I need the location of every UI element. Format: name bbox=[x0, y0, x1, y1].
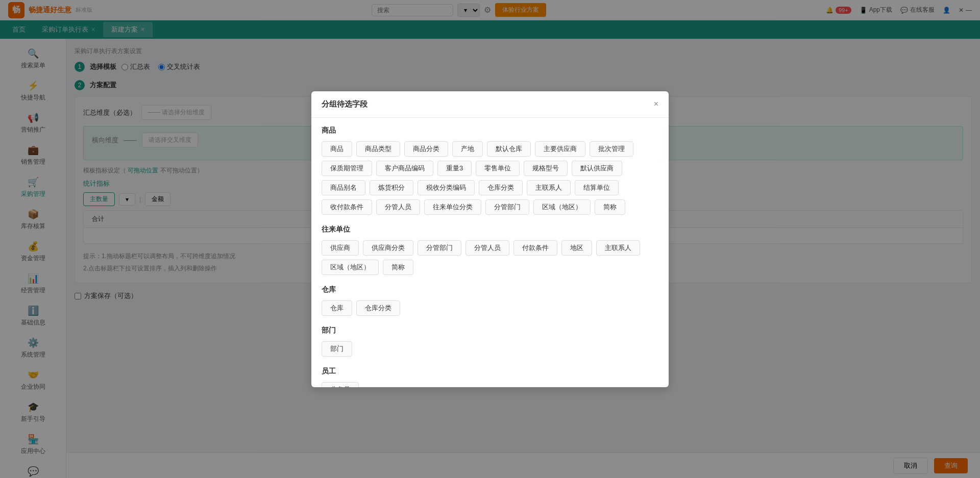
section-title-warehouse: 仓库 bbox=[322, 285, 658, 294]
field-tag[interactable]: 仓库分类 bbox=[356, 300, 400, 316]
field-section-dept: 部门 部门 bbox=[322, 326, 658, 357]
field-tag[interactable]: 商品 bbox=[322, 141, 352, 157]
field-tags-warehouse: 仓库仓库分类 bbox=[322, 300, 658, 316]
field-tag[interactable]: 产地 bbox=[452, 141, 483, 157]
field-section-employee: 员工 业务员 bbox=[322, 367, 658, 387]
field-tag[interactable]: 分管人员 bbox=[376, 199, 420, 215]
section-title-employee: 员工 bbox=[322, 367, 658, 376]
field-tag[interactable]: 往来单位分类 bbox=[424, 199, 481, 215]
field-tag[interactable]: 保质期管理 bbox=[322, 161, 372, 176]
field-tag[interactable]: 结算单位 bbox=[575, 180, 619, 195]
section-title-goods: 商品 bbox=[322, 126, 658, 135]
field-tag[interactable]: 付款条件 bbox=[513, 240, 557, 256]
field-tag[interactable]: 炼货积分 bbox=[370, 180, 413, 195]
field-tag[interactable]: 规格型号 bbox=[524, 161, 568, 176]
field-tag[interactable]: 商品类型 bbox=[356, 141, 400, 157]
field-tag[interactable]: 分管部门 bbox=[418, 240, 461, 256]
modal: 分组待选字段 × 商品 商品商品类型商品分类产地默认仓库主要供应商批次管理保质期… bbox=[311, 91, 669, 387]
field-tags-dept: 部门 bbox=[322, 341, 658, 357]
field-tag[interactable]: 税收分类编码 bbox=[418, 180, 475, 195]
field-tag[interactable]: 主要供应商 bbox=[535, 141, 585, 157]
field-tag[interactable]: 部门 bbox=[322, 341, 352, 357]
field-tag[interactable]: 区域（地区） bbox=[533, 199, 591, 215]
field-tag[interactable]: 分管人员 bbox=[465, 240, 509, 256]
field-tag[interactable]: 仓库 bbox=[322, 300, 352, 316]
modal-overlay[interactable]: 分组待选字段 × 商品 商品商品类型商品分类产地默认仓库主要供应商批次管理保质期… bbox=[0, 0, 980, 478]
field-tag[interactable]: 批次管理 bbox=[590, 141, 633, 157]
field-tag[interactable]: 客户商品编码 bbox=[376, 161, 433, 176]
field-tag[interactable]: 默认仓库 bbox=[487, 141, 531, 157]
section-title-partner: 往来单位 bbox=[322, 225, 658, 234]
field-tag[interactable]: 重量3 bbox=[437, 161, 472, 176]
field-tag[interactable]: 区域（地区） bbox=[322, 260, 379, 275]
field-tags-partner: 供应商供应商分类分管部门分管人员付款条件地区主联系人区域（地区）简称 bbox=[322, 240, 658, 275]
modal-body: 商品 商品商品类型商品分类产地默认仓库主要供应商批次管理保质期管理客户商品编码重… bbox=[311, 118, 669, 387]
field-section-partner: 往来单位 供应商供应商分类分管部门分管人员付款条件地区主联系人区域（地区）简称 bbox=[322, 225, 658, 275]
field-tag[interactable]: 地区 bbox=[561, 240, 592, 256]
field-tag[interactable]: 商品分类 bbox=[404, 141, 448, 157]
field-section-warehouse: 仓库 仓库仓库分类 bbox=[322, 285, 658, 316]
field-tags-goods: 商品商品类型商品分类产地默认仓库主要供应商批次管理保质期管理客户商品编码重量3零… bbox=[322, 141, 658, 215]
field-section-goods: 商品 商品商品类型商品分类产地默认仓库主要供应商批次管理保质期管理客户商品编码重… bbox=[322, 126, 658, 215]
field-tag[interactable]: 业务员 bbox=[322, 382, 359, 387]
field-tag[interactable]: 默认供应商 bbox=[572, 161, 622, 176]
section-title-dept: 部门 bbox=[322, 326, 658, 335]
field-tag[interactable]: 供应商 bbox=[322, 240, 359, 256]
field-tag[interactable]: 分管部门 bbox=[485, 199, 529, 215]
field-tag[interactable]: 主联系人 bbox=[527, 180, 571, 195]
modal-header: 分组待选字段 × bbox=[311, 91, 669, 118]
modal-close-btn[interactable]: × bbox=[654, 99, 658, 109]
modal-title: 分组待选字段 bbox=[322, 99, 368, 109]
field-tag[interactable]: 零售单位 bbox=[476, 161, 520, 176]
field-tag[interactable]: 简称 bbox=[383, 260, 413, 275]
field-tag[interactable]: 商品别名 bbox=[322, 180, 365, 195]
field-tag[interactable]: 供应商分类 bbox=[363, 240, 413, 256]
field-tag[interactable]: 仓库分类 bbox=[479, 180, 523, 195]
field-tag[interactable]: 收付款条件 bbox=[322, 199, 372, 215]
field-tag[interactable]: 主联系人 bbox=[596, 240, 640, 256]
field-tag[interactable]: 简称 bbox=[595, 199, 625, 215]
field-tags-employee: 业务员 bbox=[322, 382, 658, 387]
